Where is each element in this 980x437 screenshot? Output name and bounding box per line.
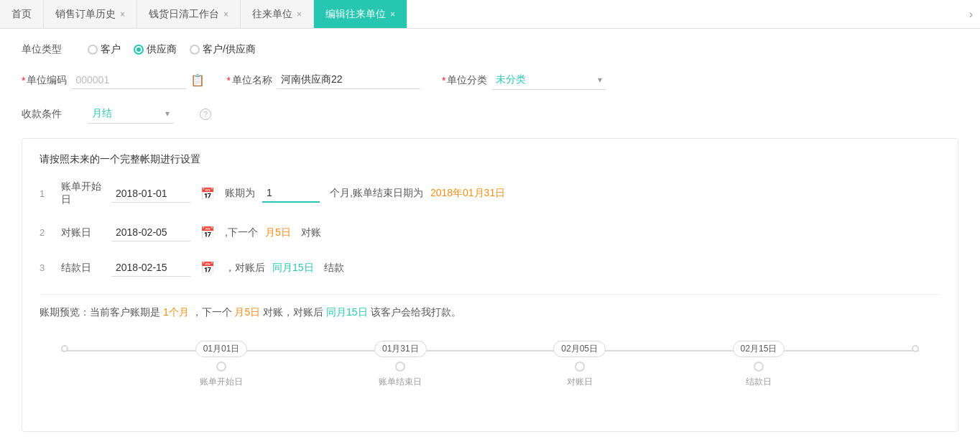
tab-sales-history-close[interactable]: × — [120, 9, 125, 19]
unit-type-row: 单位类型 客户 供应商 客户/供应商 — [22, 43, 958, 56]
row-1-date-input[interactable] — [111, 185, 190, 203]
tab-edit-partner[interactable]: 编辑往来单位 × — [314, 0, 407, 28]
timeline-label-0205: 对账日 — [567, 376, 593, 388]
unit-name-group: * 单位名称 — [226, 71, 420, 89]
unit-info-row: * 单位编码 📋 * 单位名称 * 单位分类 未分类 ▾ — [22, 70, 958, 90]
row-3-num: 3 — [40, 262, 54, 273]
payment-condition-value: 月结 — [92, 107, 165, 120]
tab-cash-workbench[interactable]: 钱货日清工作台 × — [137, 0, 241, 28]
unit-category-value: 未分类 — [496, 73, 598, 86]
payment-condition-select[interactable]: 月结 ▾ — [88, 104, 174, 124]
unit-code-input[interactable] — [71, 71, 186, 89]
preview-section: 账期预览：当前客户账期是 1个月 ，下一个 月5日 对账，对账后 同月15日 该… — [40, 294, 940, 417]
row-3-date-input[interactable] — [111, 259, 190, 277]
unit-code-copy-icon[interactable]: 📋 — [190, 73, 205, 87]
radio-supplier[interactable]: 供应商 — [134, 43, 177, 56]
setting-row-2: 2 对账日 📅 ,下一个 月5日 对账 — [40, 224, 940, 242]
main-content: 单位类型 客户 供应商 客户/供应商 * 单位编码 📋 * 单位名称 — [0, 29, 980, 437]
row-3-calendar-icon[interactable]: 📅 — [200, 261, 215, 275]
radio-both[interactable]: 客户/供应商 — [190, 43, 256, 56]
radio-both-label: 客户/供应商 — [203, 43, 256, 56]
timeline-end-point — [912, 345, 919, 352]
payment-condition-help-icon[interactable]: ? — [200, 109, 211, 120]
unit-type-label: 单位类型 — [22, 43, 62, 56]
row-2-desc-after: 对账 — [301, 226, 321, 239]
timeline-end-circle — [912, 345, 919, 352]
timeline-circle-0205 — [575, 362, 585, 372]
tabs-bar: 首页 销售订单历史 × 钱货日清工作台 × 往来单位 × 编辑往来单位 × › — [0, 0, 980, 29]
row-1-type: 账单开始日 — [61, 180, 104, 206]
timeline-start-point — [61, 345, 68, 352]
tab-sales-history-label: 销售订单历史 — [55, 8, 116, 21]
unit-category-label: 单位分类 — [447, 74, 487, 87]
row-2-type: 对账日 — [61, 226, 104, 239]
row-3-desc-before: ，对账后 — [225, 262, 265, 275]
timeline-circle-0101 — [216, 362, 226, 372]
setting-row-3: 3 结款日 📅 ，对账后 同月15日 结款 — [40, 259, 940, 277]
unit-category-group: * 单位分类 未分类 ▾ — [442, 70, 606, 90]
row-2-date-input[interactable] — [111, 224, 190, 242]
timeline-point-0131: 01月31日 账单结束日 — [374, 341, 427, 388]
radio-supplier-label: 供应商 — [147, 43, 177, 56]
timeline-badge-0215: 02月15日 — [733, 341, 785, 357]
preview-part6: 该客户会给我打款。 — [371, 306, 461, 318]
unit-category-select[interactable]: 未分类 ▾ — [491, 70, 606, 90]
unit-category-star: * — [442, 75, 445, 86]
timeline-badge-0131: 01月31日 — [374, 341, 427, 357]
unit-type-radio-group: 客户 供应商 客户/供应商 — [88, 43, 256, 56]
timeline-label-0215: 结款日 — [746, 376, 772, 388]
payment-condition-row: 收款条件 月结 ▾ ? — [22, 104, 958, 124]
tab-partner[interactable]: 往来单位 × — [241, 0, 314, 28]
unit-name-input[interactable] — [277, 71, 420, 89]
tab-partner-label: 往来单位 — [252, 8, 292, 21]
preview-part4: 对账，对账后 — [263, 306, 323, 318]
row-1-period-input[interactable] — [262, 184, 320, 203]
row-1-calendar-icon[interactable]: 📅 — [200, 187, 215, 201]
tab-cash-workbench-close[interactable]: × — [223, 9, 228, 19]
unit-code-label: 单位编码 — [27, 74, 67, 87]
timeline-badge-0205: 02月05日 — [553, 341, 606, 357]
tab-edit-partner-label: 编辑往来单位 — [325, 8, 386, 21]
preview-part1: 1个月 — [163, 306, 189, 318]
tab-sales-history[interactable]: 销售订单历史 × — [44, 0, 137, 28]
row-2-desc-highlight: 月5日 — [265, 226, 291, 239]
tab-home[interactable]: 首页 — [0, 0, 44, 28]
unit-category-arrow-icon: ▾ — [598, 75, 602, 85]
preview-part3: 月5日 — [234, 306, 260, 318]
tab-home-label: 首页 — [11, 8, 32, 21]
preview-part2: ，下一个 — [192, 306, 232, 318]
row-1-num: 1 — [40, 188, 54, 199]
tab-partner-close[interactable]: × — [297, 9, 302, 19]
radio-supplier-circle — [134, 45, 144, 55]
radio-customer-label: 客户 — [101, 43, 121, 56]
preview-label: 账期预览：当前客户账期是 — [40, 306, 160, 318]
tab-edit-partner-close[interactable]: × — [390, 9, 395, 19]
timeline-point-0215: 02月15日 结款日 — [733, 341, 785, 388]
radio-customer-circle — [88, 45, 98, 55]
row-2-calendar-icon[interactable]: 📅 — [200, 226, 215, 239]
preview-text: 账期预览：当前客户账期是 1个月 ，下一个 月5日 对账，对账后 同月15日 该… — [40, 306, 940, 319]
payment-condition-label: 收款条件 — [22, 108, 62, 121]
unit-name-label: 单位名称 — [232, 74, 272, 87]
unit-name-star: * — [226, 75, 230, 86]
timeline-container: 01月01日 账单开始日 01月31日 账单结束日 02月05日 — [40, 341, 940, 417]
timeline-circle-0215 — [754, 362, 764, 372]
row-1-period-label-before: 账期为 — [225, 187, 255, 200]
timeline-points: 01月01日 账单开始日 01月31日 账单结束日 02月05日 — [61, 341, 919, 388]
timeline-point-0101: 01月01日 账单开始日 — [195, 341, 248, 388]
row-2-num: 2 — [40, 227, 54, 238]
timeline-circle-0131 — [395, 362, 405, 372]
radio-customer[interactable]: 客户 — [88, 43, 121, 56]
timeline-point-0205: 02月05日 对账日 — [553, 341, 606, 388]
row-3-type: 结款日 — [61, 262, 104, 275]
tab-cash-workbench-label: 钱货日清工作台 — [149, 8, 219, 21]
row-1-period-label-after: 个月,账单结束日期为 — [330, 187, 423, 200]
row-1-period-end-date: 2018年01月31日 — [430, 187, 505, 200]
row-2-desc-before: ,下一个 — [225, 226, 258, 239]
preview-part5: 同月15日 — [326, 306, 368, 318]
row-3-desc-highlight: 同月15日 — [272, 262, 314, 275]
timeline-badge-0101: 01月01日 — [195, 341, 248, 357]
setting-row-1: 1 账单开始日 📅 账期为 个月,账单结束日期为 2018年01月31日 — [40, 180, 940, 206]
row-3-desc-after: 结款 — [324, 262, 344, 275]
tab-scroll-arrow[interactable]: › — [962, 8, 980, 21]
